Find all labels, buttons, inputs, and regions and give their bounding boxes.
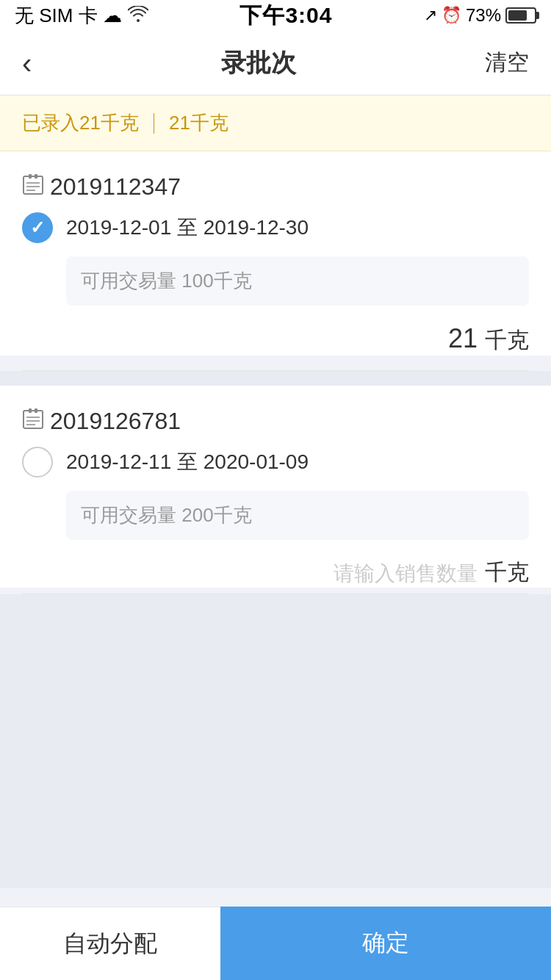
svg-rect-8	[35, 408, 37, 413]
batch1-icon	[22, 173, 44, 201]
batch2-header: 2019126781	[22, 408, 529, 435]
batch1-date-row[interactable]: 2019-12-01 至 2019-12-30	[22, 212, 529, 243]
svg-rect-1	[29, 174, 32, 179]
batch1-radio[interactable]	[22, 212, 53, 243]
batch1-card: 2019112347 2019-12-01 至 2019-12-30 可用交易量…	[0, 151, 551, 306]
auto-distribute-button[interactable]: 自动分配	[0, 907, 220, 980]
status-time: 下午3:04	[240, 1, 332, 31]
clear-button[interactable]: 清空	[485, 48, 529, 78]
batch2-unit: 千克	[485, 558, 529, 588]
status-bar: 无 SIM 卡 ☁ 下午3:04 ↗ ⏰ 73%	[0, 0, 551, 31]
no-sim-label: 无 SIM 卡 ☁	[15, 3, 122, 29]
recorded-label: 已录入21千克	[22, 110, 139, 136]
batch1-amount-value: 21	[448, 323, 478, 354]
batch1-id: 2019112347	[50, 173, 181, 201]
status-left: 无 SIM 卡 ☁	[15, 3, 148, 29]
nav-bar: ‹ 录批次 清空	[0, 31, 551, 96]
alarm-icon: ⏰	[442, 6, 461, 25]
summary-divider	[154, 113, 154, 134]
summary-bar: 已录入21千克 21千克	[0, 96, 551, 151]
batch2-icon	[22, 408, 44, 435]
page-title: 录批次	[221, 46, 296, 80]
quantity-input[interactable]	[257, 561, 478, 586]
svg-rect-2	[35, 174, 37, 179]
batch2-id: 2019126781	[50, 408, 181, 435]
wifi-icon	[128, 4, 148, 27]
battery-percent: 73%	[466, 5, 501, 26]
location-icon: ↗	[424, 6, 437, 25]
batch1-available: 可用交易量 100千克	[66, 256, 529, 306]
section-separator	[0, 371, 551, 386]
svg-rect-6	[24, 411, 43, 428]
svg-rect-0	[24, 176, 43, 194]
batch1-header: 2019112347	[22, 173, 529, 201]
batch2-date-row[interactable]: 2019-12-11 至 2020-01-09	[22, 447, 529, 478]
batch2-available: 可用交易量 200千克	[66, 491, 529, 540]
batch1-amount-row: 21 千克	[0, 306, 551, 356]
grey-area	[0, 594, 551, 888]
svg-rect-7	[29, 408, 32, 413]
back-button[interactable]: ‹	[22, 48, 32, 78]
batch2-date: 2019-12-11 至 2020-01-09	[66, 448, 309, 476]
batch2-radio[interactable]	[22, 447, 53, 478]
batch1-amount-unit: 千克	[485, 325, 529, 356]
batch2-input-row: 千克	[0, 540, 551, 588]
confirm-button[interactable]: 确定	[220, 907, 551, 980]
status-right: ↗ ⏰ 73%	[424, 5, 536, 26]
batch2-card: 2019126781 2019-12-11 至 2020-01-09 可用交易量…	[0, 386, 551, 540]
summary-amount: 21千克	[169, 110, 228, 136]
battery-indicator	[505, 7, 536, 24]
bottom-bar: 自动分配 确定	[0, 907, 551, 980]
batch1-date: 2019-12-01 至 2019-12-30	[66, 214, 309, 242]
